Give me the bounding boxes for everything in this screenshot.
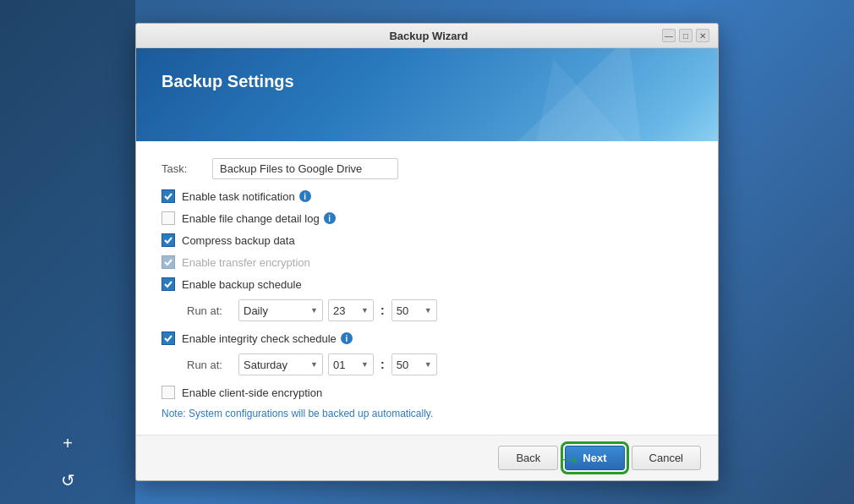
integrity-minute-caret: ▼ (421, 360, 432, 369)
arrow-right-icon: → (556, 445, 583, 472)
close-button[interactable]: ✕ (696, 29, 709, 42)
backup-run-at-label: Run at: (187, 304, 233, 317)
integrity-run-at-label: Run at: (187, 359, 233, 371)
integrity-hour-select[interactable]: 01 ▼ (328, 353, 374, 375)
backup-time-colon: : (379, 304, 386, 317)
enable-backup-schedule-label: Enable backup schedule (182, 278, 302, 291)
compress-backup-row: Compress backup data (161, 233, 693, 247)
enable-task-notification-label: Enable task notification (182, 190, 295, 203)
taskbar-history-button[interactable]: ↺ (52, 465, 83, 496)
integrity-time-colon: : (379, 358, 386, 371)
enable-transfer-encryption-row: Enable transfer encryption (161, 255, 693, 269)
enable-file-change-row: Enable file change detail log i (161, 211, 693, 225)
enable-client-encryption-checkbox[interactable] (161, 386, 175, 399)
enable-transfer-encryption-checkbox[interactable] (161, 255, 175, 269)
enable-task-notification-checkbox[interactable] (161, 189, 175, 203)
next-arrow-indicator: → (556, 445, 583, 472)
enable-file-change-label: Enable file change detail log (182, 212, 320, 225)
integrity-check-info-icon[interactable]: i (341, 332, 353, 344)
enable-client-encryption-row: Enable client-side encryption (161, 386, 693, 399)
history-icon: ↺ (61, 470, 75, 490)
enable-integrity-check-checkbox[interactable] (161, 331, 175, 345)
task-input[interactable] (212, 158, 398, 179)
backup-frequency-caret: ▼ (307, 306, 318, 315)
file-change-info-icon[interactable]: i (324, 212, 336, 224)
backup-minute-caret: ▼ (421, 306, 432, 315)
task-label: Task: (161, 162, 212, 175)
back-button[interactable]: Back (498, 446, 558, 470)
title-bar-controls: — □ ✕ (662, 29, 709, 42)
cancel-button[interactable]: Cancel (632, 446, 701, 470)
compress-backup-label: Compress backup data (182, 234, 295, 247)
task-notification-info-icon[interactable]: i (299, 190, 311, 202)
integrity-minute-select[interactable]: 50 ▼ (391, 353, 437, 375)
backup-wizard-dialog: Backup Wizard — □ ✕ Backup Settings Task… (135, 23, 719, 481)
integrity-hour-caret: ▼ (358, 360, 369, 369)
enable-backup-schedule-checkbox[interactable] (161, 277, 175, 291)
title-bar: Backup Wizard — □ ✕ (136, 24, 718, 48)
integrity-schedule-row: Run at: Saturday ▼ 01 ▼ : 50 ▼ (187, 353, 693, 375)
taskbar-add-button[interactable]: + (52, 428, 83, 458)
taskbar: + ↺ (0, 0, 135, 504)
minimize-button[interactable]: — (662, 29, 676, 42)
footer: → Back Next Cancel (136, 435, 718, 480)
integrity-frequency-caret: ▼ (307, 360, 318, 369)
backup-hour-select[interactable]: 23 ▼ (328, 299, 374, 321)
enable-integrity-check-label: Enable integrity check schedule (182, 332, 337, 345)
dialog-title: Backup Wizard (195, 30, 662, 42)
integrity-frequency-select[interactable]: Saturday ▼ (238, 353, 323, 375)
enable-file-change-checkbox[interactable] (161, 211, 175, 225)
task-row: Task: (161, 158, 693, 179)
backup-schedule-row: Run at: Daily ▼ 23 ▼ : 50 ▼ (187, 299, 693, 321)
backup-hour-caret: ▼ (358, 306, 369, 315)
header-title: Backup Settings (161, 72, 693, 91)
enable-integrity-check-row: Enable integrity check schedule i (161, 331, 693, 345)
header-banner: Backup Settings (136, 48, 718, 141)
compress-backup-checkbox[interactable] (161, 233, 175, 247)
note-text: Note: System configurations will be back… (161, 408, 693, 419)
maximize-button[interactable]: □ (679, 29, 693, 42)
content-area: Task: Enable task notification i Enable … (136, 141, 718, 435)
backup-minute-select[interactable]: 50 ▼ (391, 299, 437, 321)
backup-frequency-select[interactable]: Daily ▼ (238, 299, 323, 321)
enable-client-encryption-label: Enable client-side encryption (182, 386, 322, 399)
enable-backup-schedule-row: Enable backup schedule (161, 277, 693, 291)
enable-transfer-encryption-label: Enable transfer encryption (182, 256, 310, 269)
enable-task-notification-row: Enable task notification i (161, 189, 693, 203)
